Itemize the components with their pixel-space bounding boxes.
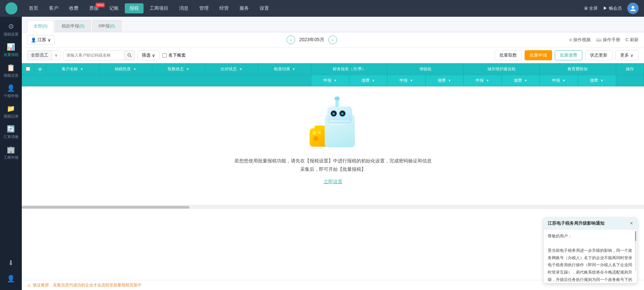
th-fetch-status: 取数状态 ▼ xyxy=(152,64,205,75)
batch-tax-icon: 📊 xyxy=(7,43,15,51)
status-update-btn[interactable]: 状态更新 xyxy=(585,50,612,60)
employee-dropdown-icon[interactable]: ∨ xyxy=(52,51,60,60)
region-selector[interactable]: 👤 江苏 ∨ xyxy=(27,35,55,45)
edu-dec-filter[interactable]: ▼ xyxy=(562,79,566,82)
sidebar-item-tax-settings[interactable]: ⚙ 报税设置 xyxy=(1,19,21,39)
video-tutorial-btn[interactable]: ⊙ 操作视频 xyxy=(569,37,591,43)
sidebar-bottom: ⬇ 👤 xyxy=(1,256,21,290)
sidebar-label-tax-overview: 报税总览 xyxy=(4,73,18,78)
nav-biz[interactable]: 工商项目 xyxy=(145,3,173,13)
annual-report-icon: 🏢 xyxy=(7,145,15,154)
empty-description: 若您想使用批量报税功能，请先在【报税设置】中进行报税的初始化设置，完成密码验证和… xyxy=(232,157,434,173)
manual-btn[interactable]: 📖 操作手册 xyxy=(596,37,620,43)
th-settings[interactable]: ⚙ xyxy=(34,64,46,75)
chevron-down-icon: ∨ xyxy=(48,38,51,43)
table-row: 若您想使用批量报税功能，请先在【报税设置】中进行报税的初始化设置，完成密码验证和… xyxy=(22,86,644,205)
refresh-btn[interactable]: C 刷新 xyxy=(626,37,639,43)
next-month-btn[interactable]: › xyxy=(328,35,337,44)
search-button[interactable] xyxy=(124,51,135,60)
check-filter-icon[interactable]: ▼ xyxy=(292,67,296,71)
notification-scrollbar[interactable] xyxy=(635,231,636,271)
toolbar: 全部员工 ∨ 筛选 ∨ 名下账套 批量取 xyxy=(22,48,644,63)
urban-pay-filter[interactable]: ▼ xyxy=(524,79,527,82)
fin-pay-filter[interactable]: ▼ xyxy=(372,79,375,82)
urban-dec-filter[interactable]: ▼ xyxy=(486,79,489,82)
nav-home[interactable]: 首页 xyxy=(24,3,43,13)
nav-billing[interactable]: 收费 xyxy=(64,3,83,13)
filter-label: 筛选 xyxy=(142,52,151,58)
th-spacer xyxy=(22,75,311,86)
nav-service[interactable]: 服务 xyxy=(235,3,254,13)
setup-link[interactable]: 立即设置 xyxy=(324,179,342,185)
top-right-actions: 🖥 全屏 ▶ 畅会员 xyxy=(584,3,639,14)
tab-tax-declare[interactable]: 税款申报(0) xyxy=(55,20,91,32)
edu-pay-filter[interactable]: ▼ xyxy=(600,79,603,82)
accounts-checkbox[interactable] xyxy=(162,53,167,58)
tab-bar: 全部(0) 税款申报(0) 0申报(0) xyxy=(22,17,644,32)
nav-invoice[interactable]: 票据 NEW xyxy=(85,3,103,13)
customer-filter-icon[interactable]: ▼ xyxy=(80,67,84,71)
sidebar-item-user[interactable]: 👤 xyxy=(1,272,21,287)
tab-declare-count: (0) xyxy=(79,23,85,28)
fetch-filter-icon[interactable]: ▼ xyxy=(186,67,190,71)
empty-state: 若您想使用批量报税功能，请先在【报税设置】中进行报税的初始化设置，完成密码验证和… xyxy=(22,86,644,205)
tab-zero-declare[interactable]: 0申报(0) xyxy=(92,20,121,32)
sidebar-item-personal-tax[interactable]: 👤 个税申报 xyxy=(1,81,21,101)
tax-records-icon: 📁 xyxy=(7,104,15,113)
fullscreen-btn[interactable]: 🖥 全屏 xyxy=(584,5,598,11)
batch-declare-btn[interactable]: 批量申报 xyxy=(525,50,552,60)
sidebar-item-annual-report[interactable]: 🏢 工商年报 xyxy=(1,143,21,162)
th-urban-construction: 城市维护建设税 xyxy=(464,64,540,75)
sidebar-item-batch-tax[interactable]: 📊 批量报税 xyxy=(1,40,21,60)
prev-month-btn[interactable]: ‹ xyxy=(286,35,295,44)
batch-pay-btn[interactable]: 批量缴费 xyxy=(555,50,582,60)
region-name: 江苏 xyxy=(38,37,46,43)
scrollbar-thumb[interactable] xyxy=(22,206,190,209)
tax-overview-icon: 📋 xyxy=(7,63,15,72)
horizontal-scrollbar[interactable] xyxy=(22,205,644,209)
nav-operation[interactable]: 经营 xyxy=(215,3,233,13)
th-vat-declare: 申报 ▼ xyxy=(387,75,426,86)
th-customer: 客户名称 ▼ xyxy=(46,64,99,75)
month-navigation: ‹ 2023年05月 › xyxy=(286,35,337,44)
member-btn[interactable]: ▶ 畅会员 xyxy=(603,5,622,11)
nav-customer[interactable]: 客户 xyxy=(44,3,63,13)
compare-filter-icon[interactable]: ▼ xyxy=(239,67,243,71)
toolbar-right-actions: 批量取数 批量申报 批量缴费 状态更新 更多 ∨ xyxy=(494,50,639,60)
user-avatar[interactable] xyxy=(627,3,639,14)
nav-message[interactable]: 消息 xyxy=(174,3,193,13)
th-compare-status: 比对状态 ▼ xyxy=(205,64,258,75)
sidebar-item-tax-records[interactable]: 📁 报税记录 xyxy=(1,101,21,121)
warning-icon: ⚠ xyxy=(27,283,31,288)
nav-bookkeeping[interactable]: 记账 xyxy=(105,3,123,13)
notification-text: 尊敬的用户：受当前电子税务局进一步升级的影响，同一个政务网账号（办税人）名下的企… xyxy=(548,234,632,283)
tab-zero-count: (0) xyxy=(110,23,115,28)
batch-fetch-btn[interactable]: 批量取数 xyxy=(494,50,522,60)
tax-type-filter-icon[interactable]: ▼ xyxy=(133,67,137,71)
checkbox-accounts-label[interactable]: 名下账套 xyxy=(162,52,186,58)
vat-pay-filter[interactable]: ▼ xyxy=(448,79,451,82)
notification-panel: 江苏电子税务局升级影响通知 × 尊敬的用户：受当前电子税务局进一步升级的影响，同… xyxy=(543,217,637,283)
nav-management[interactable]: 管理 xyxy=(195,3,213,13)
tab-all-count: (0) xyxy=(42,23,48,28)
sidebar-item-tax-overview[interactable]: 📋 报税总览 xyxy=(1,61,21,80)
nav-settings[interactable]: 设置 xyxy=(255,3,274,13)
sidebar-item-settlement[interactable]: 🔄 汇算清缴 xyxy=(1,122,21,142)
nav-tax[interactable]: 报税 xyxy=(125,3,144,13)
th-checkbox[interactable] xyxy=(22,64,34,75)
svg-point-2 xyxy=(128,54,130,56)
fin-dec-filter[interactable]: ▼ xyxy=(334,79,337,82)
new-badge: NEW xyxy=(96,3,105,7)
tab-all[interactable]: 全部(0) xyxy=(27,20,54,32)
search-input[interactable] xyxy=(64,51,124,60)
th-edu-declare: 申报 ▼ xyxy=(540,75,578,86)
select-all-checkbox[interactable] xyxy=(26,67,30,71)
sidebar-item-download[interactable]: ⬇ xyxy=(1,256,21,271)
more-btn[interactable]: 更多 ∨ xyxy=(615,50,639,60)
notification-close-btn[interactable]: × xyxy=(630,221,633,226)
filter-btn[interactable]: 筛选 ∨ xyxy=(138,50,160,60)
sidebar: ⚙ 报税设置 📊 批量报税 📋 报税总览 👤 个税申报 📁 报税记录 🔄 汇算清… xyxy=(0,17,22,290)
th-vat: 增值税 xyxy=(387,64,464,75)
vat-dec-filter[interactable]: ▼ xyxy=(410,79,413,82)
employee-select[interactable]: 全部员工 ∨ xyxy=(27,50,61,60)
